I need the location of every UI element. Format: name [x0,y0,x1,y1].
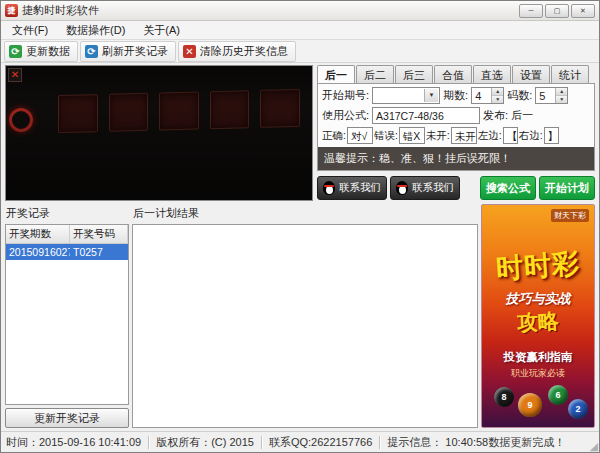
update-data-icon: ⟳ [9,45,22,58]
toolbar: ⟳ 更新数据 ⟳ 刷新开奖记录 ✕ 清除历史开奖信息 [1,40,599,63]
menu-item-about[interactable]: 关于(A) [134,21,189,40]
formula-field[interactable]: A317C7-48/36 [372,107,480,124]
status-qq: 联系QQ:2622157766 [269,435,372,450]
menu-item-file[interactable]: 文件(F) [3,21,57,40]
ad-line-1: 投资赢利指南 [504,350,573,365]
codes-value: 5 [536,88,555,103]
ad-subtitle-2: 攻略 [516,307,559,337]
periods-stepper[interactable]: 4 ▲▼ [471,87,504,104]
tab-statistics[interactable]: 统计 [551,65,589,83]
tab-housan[interactable]: 后三 [395,65,433,83]
ball-icon: 6 [548,385,568,405]
qq-penguin-icon [396,181,408,195]
search-formula-button[interactable]: 搜索公式 [480,176,536,200]
update-data-button[interactable]: ⟳ 更新数据 [4,41,78,62]
menu-item-data[interactable]: 数据操作(D) [57,21,134,40]
notopen-field[interactable]: 未开 [451,127,477,144]
stepper-arrows-icon[interactable]: ▲▼ [555,88,567,103]
publish-label: 发布: [483,108,508,123]
ball-icon: 2 [568,399,588,419]
start-issue-label: 开始期号: [322,88,369,103]
start-issue-select[interactable]: ▼ [372,87,440,104]
stepper-arrows-icon[interactable]: ▲▼ [491,88,503,103]
menubar: 文件(F) 数据操作(D) 关于(A) [1,21,599,40]
wrong-field[interactable]: 错X [399,127,425,144]
plan-panel: 后一 后二 后三 合值 直选 设置 统计 开始期号: ▼ 期数: 4 [317,65,595,201]
ad-subtitle: 技巧与实战 [506,290,571,308]
refresh-records-icon: ⟳ [85,45,98,58]
tab-hezhi[interactable]: 合值 [434,65,472,83]
records-title: 开奖记录 [5,204,129,224]
wrong-label: 错误: [374,129,398,143]
main-area: ✕ 后一 后二 后三 合值 直选 设置 统计 开始期号: ▼ 期数: [1,63,599,203]
records-col-number: 开奖号码 [70,225,128,243]
statusbar: 时间：2015-09-16 10:41:09 版权所有：(C) 2015 联系Q… [1,431,599,452]
tab-content: 开始期号: ▼ 期数: 4 ▲▼ 码数: 5 [317,83,595,171]
tab-strip: 后一 后二 后三 合值 直选 设置 统计 [317,65,595,83]
formula-label: 使用公式: [322,108,369,123]
left-bracket-label: 左边: [478,129,502,143]
codes-label: 码数: [507,88,532,103]
records-panel: 开奖记录 开奖期数 开奖号码 20150916027 T0257 更新开奖记录 [5,204,129,428]
tab-houyi[interactable]: 后一 [317,65,355,83]
results-title: 后一计划结果 [132,204,478,224]
records-col-issue: 开奖期数 [6,225,70,243]
action-row: 联系我们 联系我们 搜索公式 开始计划 [317,175,595,201]
records-table: 开奖期数 开奖号码 20150916027 T0257 [5,224,129,405]
close-button[interactable]: ✕ [571,4,595,18]
ad-brand: 财天下彩 [551,209,589,222]
update-records-button[interactable]: 更新开奖记录 [5,408,129,428]
periods-label: 期数: [443,88,468,103]
correct-field[interactable]: 对√ [347,127,373,144]
video-close-icon[interactable]: ✕ [8,68,22,82]
refresh-records-label: 刷新开奖记录 [102,44,168,59]
left-bracket-field[interactable]: 【 [503,127,518,144]
bottom-area: 开奖记录 开奖期数 开奖号码 20150916027 T0257 更新开奖记录 … [1,203,599,431]
ball-icon: 8 [494,387,514,407]
records-table-header: 开奖期数 开奖号码 [6,225,128,244]
status-time: 时间：2015-09-16 10:41:09 [6,435,141,450]
status-tip: 提示信息： 10:40:58数据更新完成！ [387,435,565,450]
update-data-label: 更新数据 [26,44,70,59]
right-bracket-field[interactable]: 】 [544,127,559,144]
video-panel: ✕ [5,65,313,201]
table-row[interactable]: 20150916027 T0257 [6,244,128,260]
tab-houer[interactable]: 后二 [356,65,394,83]
tab-settings[interactable]: 设置 [512,65,550,83]
notopen-label: 未开: [426,129,450,143]
start-plan-button[interactable]: 开始计划 [539,176,595,200]
contact-us-button-2[interactable]: 联系我们 [390,176,460,200]
status-copyright: 版权所有：(C) 2015 [156,435,254,450]
refresh-records-button[interactable]: ⟳ 刷新开奖记录 [80,41,176,62]
app-icon: 捷 [5,4,18,17]
clear-history-label: 清除历史开奖信息 [200,44,288,59]
warm-tip-text: 温馨提示：稳、准、狠！挂后误死限！ [318,147,594,170]
window-title: 捷豹时时彩软件 [22,3,519,18]
correct-label: 正确: [322,129,346,143]
maximize-button[interactable]: ▢ [545,4,569,18]
qq-penguin-icon [323,181,335,195]
right-bracket-label: 右边: [519,129,543,143]
periods-value: 4 [472,88,491,103]
lottery-balls-image: 8 9 6 2 [482,377,594,421]
ad-title: 时时彩 [495,245,581,287]
codes-stepper[interactable]: 5 ▲▼ [535,87,568,104]
publish-value: 后一 [511,108,533,123]
titlebar: 捷 捷豹时时彩软件 ─ ▢ ✕ [1,1,599,21]
resize-grip[interactable]: ◢ [590,441,598,452]
clear-history-button[interactable]: ✕ 清除历史开奖信息 [178,41,296,62]
chevron-down-icon: ▼ [424,89,438,102]
clear-history-icon: ✕ [183,45,196,58]
minimize-button[interactable]: ─ [519,4,543,18]
contact-us-button-1[interactable]: 联系我们 [317,176,387,200]
results-panel: 后一计划结果 [132,204,478,428]
ball-icon: 9 [518,393,542,417]
app-window: 捷 捷豹时时彩软件 ─ ▢ ✕ 文件(F) 数据操作(D) 关于(A) ⟳ 更新… [0,0,600,453]
ad-banner[interactable]: 财天下彩 时时彩 技巧与实战 攻略 投资赢利指南 职业玩家必读 8 9 6 2 [481,204,595,428]
results-output-area [132,224,478,428]
tab-zhixuan[interactable]: 直选 [473,65,511,83]
